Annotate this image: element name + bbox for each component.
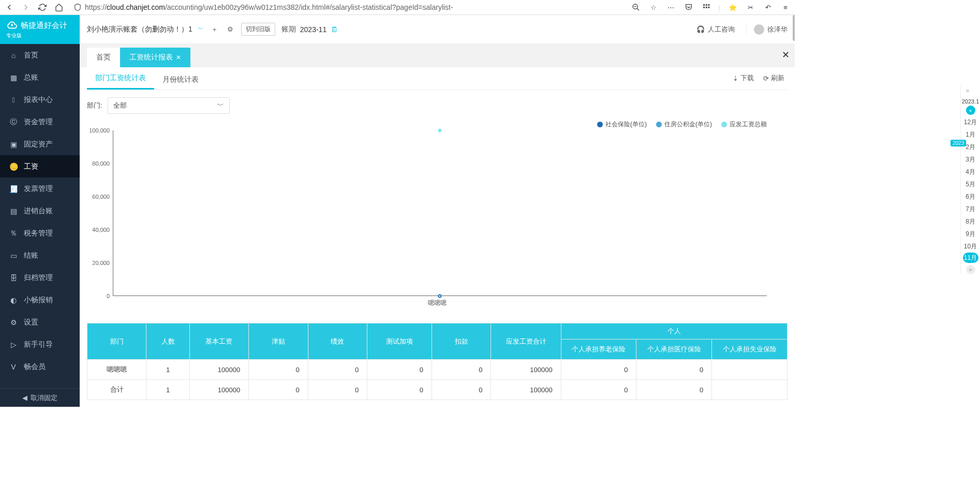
cell: 0: [636, 360, 712, 380]
legend-label: 社会保险(单位): [605, 120, 647, 129]
expense-icon: ◐: [9, 296, 18, 304]
apps-icon[interactable]: [701, 2, 711, 12]
nav-label: 总账: [24, 73, 38, 82]
salary-icon: 🪙: [9, 163, 18, 171]
subtab-department[interactable]: 部门工资统计表: [87, 68, 154, 90]
pocket-icon[interactable]: [684, 2, 694, 12]
cell: 0: [561, 360, 636, 380]
cell: 1: [146, 380, 189, 400]
nav-funds[interactable]: Ⓒ资金管理: [0, 111, 80, 133]
nav-inventory[interactable]: ▤进销台账: [0, 200, 80, 222]
settings-icon[interactable]: ⚙: [226, 25, 235, 34]
cut-icon[interactable]: ✂: [745, 2, 755, 12]
user-menu[interactable]: 徐泽华: [746, 24, 788, 35]
undo-icon[interactable]: ↶: [763, 2, 773, 12]
nav-settings[interactable]: ⚙设置: [0, 311, 80, 333]
bookmark-star-icon[interactable]: ⭐: [727, 2, 738, 12]
cell: 100000: [491, 380, 561, 400]
close-all-tabs-icon[interactable]: ✕: [782, 49, 790, 61]
legend-dot-icon: [721, 122, 727, 127]
shield-icon: [73, 3, 82, 11]
unpin-button[interactable]: ◀取消固定: [0, 388, 80, 407]
tab-salary-report[interactable]: 工资统计报表 ✕: [120, 48, 190, 67]
forward-icon[interactable]: [21, 2, 31, 12]
download-button[interactable]: ⇣下载: [733, 73, 754, 83]
consult-button[interactable]: 🎧 人工咨询: [696, 25, 735, 34]
nav-reports[interactable]: 󰄨报表中心: [0, 88, 80, 111]
nav-label: 税务管理: [24, 229, 53, 238]
th-allowance: 津贴: [249, 323, 308, 360]
asset-icon: ▣: [9, 140, 18, 149]
url-bar[interactable]: https://cloud.chanjet.com/accounting/uw1…: [70, 2, 625, 12]
subtabs: 部门工资统计表 月份统计表: [87, 67, 788, 90]
th-total: 应发工资合计: [491, 323, 561, 360]
cell: 0: [249, 360, 308, 380]
menu-icon[interactable]: ≡: [780, 2, 791, 12]
content-toolbar: ⇣下载 ⟳刷新: [733, 73, 784, 83]
nav-home[interactable]: ⌂首页: [0, 44, 80, 66]
account-selector[interactable]: 刘小艳演示账套（勿删勿动！）1 ﹀: [87, 25, 204, 34]
cell: 0: [367, 360, 432, 380]
top-header: 刘小艳演示账套（勿删勿动！）1 ﹀ ＋ ⚙ 切到旧版 账期 2023-11 🗓 …: [80, 15, 795, 44]
nav-ledger[interactable]: ▦总账: [0, 66, 80, 88]
legend-dot-icon: [597, 122, 603, 127]
cell: 0: [432, 360, 491, 380]
consult-label: 人工咨询: [708, 25, 735, 34]
nav-archive[interactable]: 🗄归档管理: [0, 267, 80, 289]
nav-label: 进销台账: [24, 206, 53, 216]
legend-item[interactable]: 社会保险(单位): [597, 120, 647, 129]
nav-assets[interactable]: ▣固定资产: [0, 133, 80, 155]
tab-label: 首页: [96, 53, 111, 62]
nav-member[interactable]: V畅会员: [0, 356, 80, 378]
chevron-down-icon: ﹀: [198, 25, 204, 34]
nav-expense[interactable]: ◐小畅报销: [0, 289, 80, 311]
star-icon[interactable]: ☆: [648, 2, 659, 12]
legend-label: 住房公积金(单位): [664, 120, 712, 129]
legend-item[interactable]: 住房公积金(单位): [656, 120, 712, 129]
nav-close[interactable]: ▭结账: [0, 244, 80, 267]
department-select[interactable]: 全部 ﹀: [108, 97, 230, 114]
refresh-button[interactable]: ⟳刷新: [763, 73, 784, 83]
home-icon[interactable]: [54, 2, 64, 12]
tab-home[interactable]: 首页: [87, 48, 120, 67]
nav-invoice[interactable]: 🧾发票管理: [0, 178, 80, 200]
reload-icon[interactable]: [37, 2, 48, 12]
th-base: 基本工资: [189, 323, 248, 360]
nav-tax[interactable]: ％税务管理: [0, 222, 80, 244]
money-icon: Ⓒ: [9, 118, 18, 126]
add-account-icon[interactable]: ＋: [210, 25, 219, 34]
account-name: 刘小艳演示账套（勿删勿动！）1: [87, 25, 192, 34]
sidebar: 畅捷通好会计 专业版 ⌂首页 ▦总账 󰄨报表中心 Ⓒ资金管理 ▣固定资产 🪙工资…: [0, 15, 80, 407]
guide-icon: ▷: [9, 341, 18, 349]
nav-guide[interactable]: ▷新手引导: [0, 333, 80, 356]
period-selector[interactable]: 账期 2023-11 🗓: [281, 25, 338, 34]
logo: 畅捷通好会计 专业版: [0, 15, 80, 44]
invoice-icon: 🧾: [9, 185, 18, 193]
y-tick: 0: [107, 293, 110, 299]
zoom-out-icon[interactable]: [631, 2, 641, 12]
subtab-month[interactable]: 月份统计表: [154, 70, 207, 90]
refresh-icon: ⟳: [763, 75, 769, 82]
calendar-icon: 🗓: [331, 25, 338, 34]
cell: 嗯嗯嗯: [87, 360, 146, 380]
plot-area: [113, 130, 767, 296]
data-point[interactable]: [438, 129, 442, 132]
chart: 社会保险(单位) 住房公积金(单位) 应发工资总额 0 20,000 40,00…: [87, 120, 788, 317]
th-unemployment: 个人承担失业保险: [712, 339, 788, 360]
cell: 0: [249, 380, 308, 400]
nav-salary[interactable]: 🪙工资: [0, 155, 80, 178]
table-row[interactable]: 嗯嗯嗯 1 100000 0 0 0 0 100000 0 0: [87, 360, 788, 380]
svg-rect-2: [705, 4, 707, 6]
main-area: 刘小艳演示账套（勿删勿动！）1 ﹀ ＋ ⚙ 切到旧版 账期 2023-11 🗓 …: [80, 15, 795, 407]
url-text: https://cloud.chanjet.com/accounting/uw1…: [85, 3, 453, 11]
gear-icon: ⚙: [9, 318, 18, 327]
data-point[interactable]: [438, 294, 442, 298]
chart-icon: 󰄨: [9, 96, 18, 104]
th-pension: 个人承担养老保险: [561, 339, 636, 360]
old-version-button[interactable]: 切到旧版: [241, 23, 275, 36]
table-row-total[interactable]: 合计 1 100000 0 0 0 0 100000 0 0: [87, 380, 788, 400]
back-icon[interactable]: [4, 2, 14, 12]
close-tab-icon[interactable]: ✕: [176, 54, 181, 61]
more-icon[interactable]: ⋯: [666, 2, 676, 12]
legend-item[interactable]: 应发工资总额: [721, 120, 767, 129]
